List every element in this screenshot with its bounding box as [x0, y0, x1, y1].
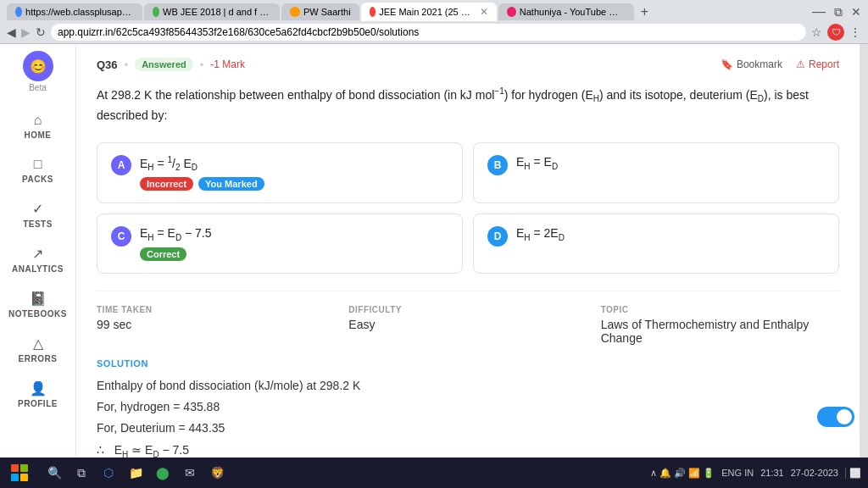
- option-c-badges: Correct: [140, 247, 212, 261]
- taskview-button[interactable]: ⧉: [71, 463, 92, 483]
- search-taskbar-button[interactable]: 🔍: [44, 463, 64, 483]
- you-marked-badge: You Marked: [198, 177, 264, 191]
- sidebar-item-profile[interactable]: 👤 PROFILE: [0, 374, 75, 415]
- time-value: 99 sec: [97, 318, 131, 331]
- option-d-letter: D: [487, 226, 508, 247]
- option-c-letter: C: [111, 226, 131, 247]
- edge-icon[interactable]: ⬡: [98, 463, 119, 483]
- taskbar-time: 21:31: [760, 468, 784, 478]
- system-tray: ∧ 🔔 🔊 📶 🔋: [650, 468, 715, 479]
- profile-icon: 👤: [30, 380, 47, 396]
- bookmark-star-icon[interactable]: ☆: [811, 25, 822, 39]
- option-a-badges: Incorrect You Marked: [140, 177, 264, 191]
- home-icon: ⌂: [34, 113, 42, 128]
- report-icon: ⚠: [796, 58, 805, 70]
- tab-4-active[interactable]: JEE Main 2021 (25 Jul Shift 1) - Q... ✕: [361, 3, 497, 21]
- incorrect-badge: Incorrect: [140, 177, 193, 191]
- sidebar-item-packs[interactable]: □ PACKS: [0, 150, 75, 191]
- tests-icon: ✓: [32, 201, 43, 217]
- sidebar-item-tests[interactable]: ✓ TESTS: [0, 194, 75, 236]
- taskbar-date: 27-02-2023: [791, 468, 838, 478]
- solution-line-3: For, Deuterium = 443.35: [97, 418, 839, 439]
- windows-icon: [11, 464, 28, 481]
- close-tab-icon[interactable]: ✕: [480, 6, 488, 18]
- chrome-icon[interactable]: ⬤: [153, 463, 173, 483]
- stats-section: TIME TAKEN 99 sec DIFFICULTY Easy TOPIC …: [97, 291, 839, 345]
- sidebar: 😊 Beta ⌂ HOME □ PACKS ✓ TESTS ↗ ANALYTIC…: [0, 44, 76, 458]
- tab-5[interactable]: Nathuniya - YouTube Music: [498, 3, 634, 20]
- bookmark-button[interactable]: 🔖 Bookmark: [721, 58, 782, 70]
- analytics-icon: ↗: [32, 246, 43, 262]
- question-number: Q36: [97, 58, 118, 71]
- logo-icon: 😊: [23, 51, 53, 81]
- sidebar-item-notebooks[interactable]: 📓 NOTEBOOKS: [0, 284, 75, 325]
- url-input[interactable]: [51, 24, 806, 41]
- show-desktop-button[interactable]: ⬜: [845, 468, 861, 479]
- mail-icon[interactable]: ✉: [180, 463, 200, 483]
- header-actions: 🔖 Bookmark ⚠ Report: [721, 58, 839, 70]
- locale-label: ENG IN: [721, 468, 754, 478]
- question-header: Q36 • Answered • -1 Mark 🔖 Bookmark ⚠ Re…: [97, 58, 839, 71]
- solution-label: SOLUTION: [97, 358, 839, 369]
- sidebar-item-analytics[interactable]: ↗ ANALYTICS: [0, 239, 75, 280]
- beta-label: Beta: [29, 83, 47, 92]
- minimize-button[interactable]: —: [812, 4, 826, 19]
- question-meta: Q36 • Answered • -1 Mark: [97, 58, 245, 71]
- difficulty-value: Easy: [348, 318, 375, 331]
- option-a-letter: A: [111, 155, 131, 175]
- correct-badge: Correct: [140, 247, 186, 261]
- refresh-button[interactable]: ↻: [36, 25, 46, 39]
- report-button[interactable]: ⚠ Report: [796, 58, 839, 70]
- shield-icon: 🛡: [827, 24, 844, 41]
- errors-icon: △: [33, 336, 43, 352]
- option-c[interactable]: C EH = ED − 7.5 Correct: [97, 214, 463, 274]
- stat-time: TIME TAKEN 99 sec: [97, 305, 335, 345]
- solution-section: SOLUTION Enthalpy of bond dissociation (…: [97, 358, 839, 458]
- option-a-formula: EH = 1/2 ED: [140, 155, 264, 172]
- option-c-formula: EH = ED − 7.5: [140, 226, 212, 242]
- toggle-switch[interactable]: [817, 407, 854, 427]
- scrollbar[interactable]: [860, 44, 868, 458]
- option-b-formula: EH = ED: [516, 155, 558, 171]
- answered-badge: Answered: [135, 58, 193, 71]
- back-button[interactable]: ◀: [7, 25, 16, 39]
- tab-1[interactable]: https://web.classplusapp.com/newAp...: [7, 3, 142, 20]
- solution-line-4: ∴ EH ≃ ED − 7.5: [97, 440, 839, 458]
- taskbar-right: ∧ 🔔 🔊 📶 🔋 ENG IN 21:31 27-02-2023 ⬜: [650, 468, 861, 479]
- solution-line-2: For, hydrogen = 435.88: [97, 396, 839, 418]
- stat-topic: TOPIC Laws of Thermochemistry and Enthal…: [601, 305, 839, 345]
- taskbar-icons: 🔍 ⧉ ⬡ 📁 ⬤ ✉ 🦁: [44, 463, 227, 483]
- content-area: Q36 • Answered • -1 Mark 🔖 Bookmark ⚠ Re…: [76, 44, 860, 458]
- forward-button[interactable]: ▶: [21, 25, 31, 39]
- toggle-container: [817, 407, 854, 427]
- stat-difficulty: DIFFICULTY Easy: [348, 305, 587, 345]
- bookmark-icon: 🔖: [721, 58, 733, 70]
- tab-2[interactable]: WB JEE 2018 | d and f Block Elements: [144, 3, 280, 20]
- topic-value: Laws of Thermochemistry and Enthalpy Cha…: [601, 318, 810, 345]
- start-button[interactable]: [7, 460, 32, 485]
- brave-icon[interactable]: 🦁: [207, 463, 227, 483]
- address-bar: ◀ ▶ ↻ ☆ 🛡 ⋮: [0, 21, 868, 44]
- sidebar-nav: ⌂ HOME □ PACKS ✓ TESTS ↗ ANALYTICS 📓 NOT…: [0, 106, 75, 415]
- sidebar-item-errors[interactable]: △ ERRORS: [0, 329, 75, 370]
- option-b[interactable]: B EH = ED: [473, 142, 839, 203]
- taskbar: 🔍 ⧉ ⬡ 📁 ⬤ ✉ 🦁 ∧ 🔔 🔊 📶 🔋 ENG IN 21:31 27-…: [0, 458, 868, 488]
- question-text: At 298.2 K the relationship between enth…: [97, 85, 839, 125]
- restore-button[interactable]: ⧉: [834, 5, 843, 19]
- option-d-formula: EH = 2ED: [516, 226, 565, 242]
- explorer-icon[interactable]: 📁: [125, 463, 146, 483]
- new-tab-button[interactable]: +: [641, 4, 648, 19]
- solution-text: Enthalpy of bond dissociation (kJ/mole) …: [97, 375, 839, 458]
- sidebar-item-home[interactable]: ⌂ HOME: [0, 106, 75, 147]
- tab-3[interactable]: PW Saarthi: [281, 3, 359, 20]
- option-a[interactable]: A EH = 1/2 ED Incorrect You Marked: [97, 142, 463, 203]
- option-d[interactable]: D EH = 2ED: [473, 214, 839, 274]
- close-window-button[interactable]: ✕: [851, 5, 861, 19]
- packs-icon: □: [34, 157, 42, 172]
- solution-line-1: Enthalpy of bond dissociation (kJ/mole) …: [97, 375, 839, 396]
- sidebar-logo: 😊 Beta: [23, 51, 53, 92]
- menu-icon[interactable]: ⋮: [849, 25, 861, 39]
- notebooks-icon: 📓: [30, 291, 47, 307]
- mark-badge: -1 Mark: [210, 58, 245, 70]
- option-b-letter: B: [487, 155, 508, 175]
